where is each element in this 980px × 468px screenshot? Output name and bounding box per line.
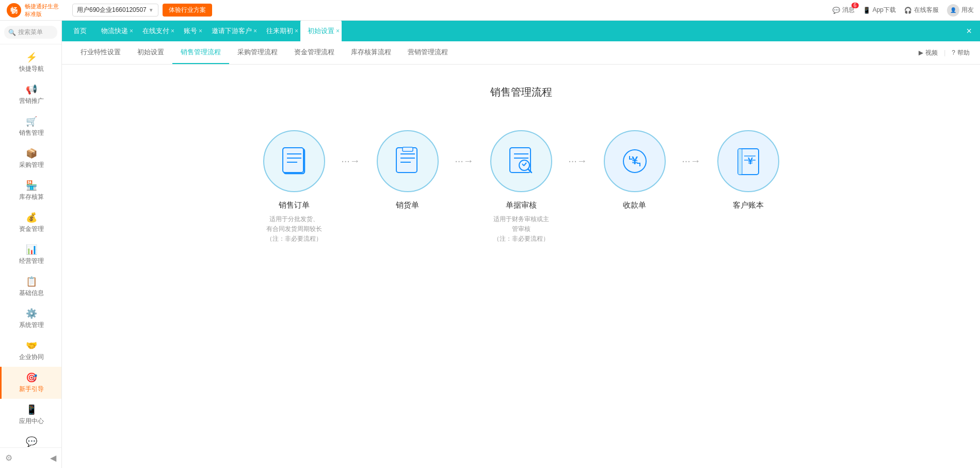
- flow-steps: 销售订单 适用于分批发货、 有合同发货周期较长 （注：非必要流程） ···→ 销…: [253, 130, 790, 244]
- online-service-button[interactable]: 🎧 在线客服: [904, 6, 939, 14]
- app-download-button[interactable]: 📱 App下载: [863, 6, 896, 14]
- sidebar: 🔍 搜索菜单 ⚡ 快捷导航 📢 营销推广 🛒 销售管理 📦 采购管理 🏪 库存核…: [0, 21, 62, 468]
- sidebar-item-label: 营销推广: [19, 97, 44, 105]
- message-icon: 💬: [832, 7, 840, 14]
- flow-step-customer-ledger[interactable]: ¥ 客户账本: [707, 130, 790, 214]
- nav-tab-initial-setup[interactable]: 初始设置 ×: [300, 21, 342, 41]
- close-tab-icon[interactable]: ×: [171, 27, 174, 35]
- video-help-button[interactable]: ▶ 视频: [919, 49, 938, 57]
- app-center-icon: 📱: [26, 404, 37, 415]
- trial-button[interactable]: 体验行业方案: [163, 4, 212, 17]
- system-icon: ⚙️: [26, 308, 37, 319]
- nav-tab-account[interactable]: 账号 ×: [176, 21, 204, 41]
- flow-step-sales-order[interactable]: 销售订单 适用于分批发货、 有合同发货周期较长 （注：非必要流程）: [253, 130, 335, 244]
- step-name-customer-ledger: 客户账本: [733, 200, 764, 210]
- sidebar-bottom: ⚙ ◀: [0, 447, 61, 468]
- top-bar-left: 畅 畅捷通好生意 标准版 用户690企业1660120507 ▼ 体验行业方案: [6, 3, 212, 18]
- settings-bottom-icon[interactable]: ⚙: [5, 453, 12, 463]
- user-menu[interactable]: 👤 用友: [947, 4, 974, 17]
- logo-icon: 畅: [6, 3, 22, 18]
- subtab-purchase-flow[interactable]: 采购管理流程: [229, 41, 286, 64]
- sidebar-item-label: 应用中心: [19, 417, 44, 426]
- subtab-sales-flow[interactable]: 销售管理流程: [172, 41, 229, 64]
- svg-rect-14: [403, 147, 413, 151]
- basic-info-icon: 📋: [26, 276, 37, 287]
- flow-step-receipt[interactable]: ¥ 收款单: [593, 130, 676, 214]
- sidebar-item-label: 经营管理: [19, 257, 44, 266]
- subtab-initial-settings[interactable]: 初始设置: [129, 41, 172, 64]
- sidebar-item-enterprise-wechat[interactable]: 💬 企业微信: [0, 431, 61, 447]
- user-selector[interactable]: 用户690企业1660120507 ▼: [72, 4, 158, 17]
- close-tab-icon[interactable]: ×: [295, 27, 298, 35]
- close-all-tabs-button[interactable]: ×: [962, 26, 976, 37]
- nav-tab-home[interactable]: 首页: [66, 21, 94, 41]
- nav-tab-period-initial[interactable]: 往来期初 ×: [259, 21, 300, 41]
- message-button[interactable]: 💬 消息 6: [832, 6, 855, 14]
- sidebar-item-app-center[interactable]: 📱 应用中心: [0, 399, 61, 431]
- close-tab-icon[interactable]: ×: [336, 27, 340, 35]
- sidebar-item-newbie[interactable]: 🎯 新手引导: [0, 367, 61, 399]
- subtab-marketing-flow[interactable]: 营销管理流程: [399, 41, 456, 64]
- main-content: 行业特性设置 初始设置 销售管理流程 采购管理流程 资金管理流程 库存核算流程 …: [62, 41, 980, 468]
- sidebar-item-label: 销售管理: [19, 129, 44, 137]
- inventory-icon: 🏪: [26, 180, 37, 191]
- sub-tabs: 行业特性设置 初始设置 销售管理流程 采购管理流程 资金管理流程 库存核算流程 …: [62, 41, 980, 65]
- flow-title: 销售管理流程: [490, 85, 552, 99]
- subtab-finance-flow[interactable]: 资金管理流程: [286, 41, 343, 64]
- sidebar-item-label: 新手引导: [19, 385, 44, 394]
- subtab-inventory-flow[interactable]: 库存核算流程: [343, 41, 399, 64]
- close-tab-icon[interactable]: ×: [199, 27, 202, 35]
- sidebar-item-enterprise-collab[interactable]: 🤝 企业协同: [0, 335, 61, 367]
- flow-step-sales-invoice[interactable]: 销货单: [366, 130, 449, 214]
- purchase-icon: 📦: [26, 148, 37, 159]
- step-name-sales-order: 销售订单: [279, 200, 310, 210]
- step-name-audit: 单据审核: [506, 200, 537, 210]
- close-tab-icon[interactable]: ×: [253, 27, 257, 35]
- nav-tab-logistics[interactable]: 物流快递 ×: [94, 21, 135, 41]
- help-button[interactable]: ? 帮助: [952, 49, 970, 57]
- step-name-sales-invoice: 销货单: [396, 200, 419, 210]
- sidebar-item-marketing-promo[interactable]: 📢 营销推广: [0, 79, 61, 111]
- nav-tabs: 首页 物流快递 × 在线支付 × 账号 × 邀请下游客户 × 往来期初 × 初始…: [62, 21, 980, 41]
- flow-arrow-1: ···→: [335, 155, 366, 167]
- flow-circle-audit: [490, 130, 552, 192]
- subtab-industry-settings[interactable]: 行业特性设置: [72, 41, 129, 64]
- sidebar-item-purchase[interactable]: 📦 采购管理: [0, 143, 61, 175]
- user-avatar-icon: 👤: [950, 7, 956, 13]
- step-desc-sales-order: 适用于分批发货、 有合同发货周期较长 （注：非必要流程）: [266, 214, 322, 244]
- quick-nav-icon: ⚡: [26, 52, 37, 63]
- nav-tab-payment[interactable]: 在线支付 ×: [135, 21, 176, 41]
- enterprise-collab-icon: 🤝: [26, 340, 37, 351]
- sidebar-item-system[interactable]: ⚙️ 系统管理: [0, 303, 61, 335]
- sidebar-item-basic-info[interactable]: 📋 基础信息: [0, 271, 61, 303]
- flow-step-audit[interactable]: 单据审核 适用于财务审核或主 管审核 （注：非必要流程）: [480, 130, 563, 244]
- marketing-promo-icon: 📢: [26, 84, 37, 95]
- sidebar-item-sales[interactable]: 🛒 销售管理: [0, 111, 61, 143]
- close-tab-icon[interactable]: ×: [130, 27, 133, 35]
- sidebar-items: ⚡ 快捷导航 📢 营销推广 🛒 销售管理 📦 采购管理 🏪 库存核算 💰 资金管…: [0, 44, 61, 447]
- sidebar-search-area[interactable]: 🔍 搜索菜单: [0, 21, 61, 44]
- svg-text:¥: ¥: [747, 156, 752, 166]
- top-bar-right: 💬 消息 6 📱 App下载 🎧 在线客服 👤 用友: [832, 4, 974, 17]
- flow-circle-sales-order: [263, 130, 325, 192]
- enterprise-wechat-icon: 💬: [26, 436, 37, 447]
- sidebar-item-label: 企业协同: [19, 353, 44, 362]
- user-selector-text: 用户690企业1660120507: [77, 6, 147, 14]
- nav-tab-invite-customers[interactable]: 邀请下游客户 ×: [204, 21, 259, 41]
- app-download-icon: 📱: [863, 7, 871, 14]
- sidebar-item-inventory[interactable]: 🏪 库存核算: [0, 175, 61, 207]
- sidebar-item-quick[interactable]: ⚡ 快捷导航: [0, 46, 61, 79]
- logo-text: 畅捷通好生意 标准版: [25, 3, 59, 18]
- collapse-sidebar-icon[interactable]: ◀: [50, 453, 56, 463]
- finance-icon: 💰: [26, 212, 37, 223]
- sales-order-icon: [279, 146, 310, 177]
- sidebar-item-finance[interactable]: 💰 资金管理: [0, 207, 61, 239]
- flow-arrow-3: ···→: [563, 155, 593, 167]
- search-menu-input[interactable]: 🔍 搜索菜单: [4, 26, 57, 39]
- help-icon: ?: [952, 49, 955, 56]
- flow-arrow-4: ···→: [676, 155, 707, 167]
- svg-rect-25: [738, 149, 742, 175]
- sidebar-item-operations[interactable]: 📊 经营管理: [0, 239, 61, 271]
- svg-text:畅: 畅: [10, 6, 18, 14]
- flow-circle-customer-ledger: ¥: [717, 130, 779, 192]
